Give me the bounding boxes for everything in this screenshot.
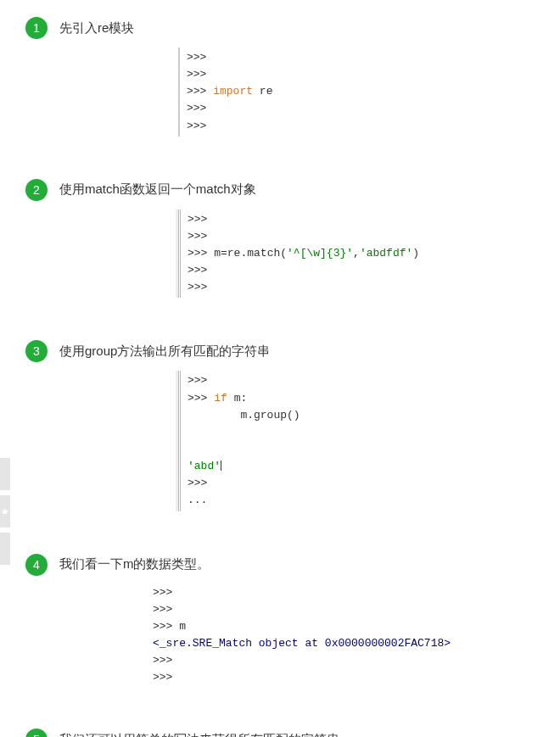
step-header: 3使用group方法输出所有匹配的字符串 [25,340,535,362]
article-content: 1先引入re模块>>>>>>>>> import re>>>>>>2使用matc… [0,0,560,737]
step-number-badge: 4 [25,554,48,576]
code-token: >>> [188,264,207,276]
step-title: 先引入re模块 [59,20,134,36]
code-line: m.group() [188,407,535,424]
code-token: import [213,85,253,98]
sidebar-button-like[interactable] [0,495,10,528]
step: 4我们看一下m的数据类型。>>>>>>>>> m<_sre.SRE_Match … [25,554,535,687]
code-token: m: [227,392,247,405]
code-holder: >>>>>>>>> m=re.match('^[\w]{3}','abdfdf'… [178,209,535,299]
code-line [188,424,535,441]
step-title: 我们还可以用简单的写法来获得所有匹配的字符串。 [59,732,352,737]
code-token: >>> [153,586,172,599]
code-token: >>> [188,392,214,405]
step-header: 4我们看一下m的数据类型。 [25,554,535,576]
code-line: >>> [153,584,535,601]
code-token: >>> [188,374,207,387]
code-token: <_sre.SRE_Match object at 0x0000000002FA… [153,637,451,650]
step-title: 我们看一下m的数据类型。 [59,556,210,572]
code-line: >>> m=re.match('^[\w]{3}','abdfdf') [188,245,535,262]
code-line: 'abd' [188,458,535,475]
sidebar-button-comment[interactable] [0,533,10,565]
code-token: >>> [153,671,172,684]
code-token: >>> [188,213,207,226]
text-caret [221,461,221,471]
code-line: >>> [188,279,535,296]
code-token: >>> [153,654,172,667]
code-token: ... [188,494,207,506]
step-title: 使用match函数返回一个match对象 [59,181,256,198]
code-line: <_sre.SRE_Match object at 0x0000000002FA… [153,635,535,652]
code-line: >>> [187,118,535,135]
step: 1先引入re模块>>>>>>>>> import re>>>>>> [25,17,535,137]
code-token: >>> m [153,620,186,633]
sidebar-button-share[interactable] [0,458,10,490]
code-line: >>> m [153,618,535,635]
code-token: >>> [187,68,206,81]
code-token: m.group() [188,409,300,422]
code-block: >>>>>>>>> m=re.match('^[\w]{3}','abdfdf'… [178,209,535,299]
code-line: >>> [188,475,535,492]
code-holder: >>>>>> if m: m.group() 'abd'>>>... [178,371,535,511]
step: 5我们还可以用简单的写法来获得所有匹配的字符串。...>>>>>> re.mat… [25,729,535,737]
thumb-up-icon [2,508,8,515]
code-token: re [253,85,272,98]
code-token: >>> [188,477,207,489]
code-token: >>> [188,230,207,243]
code-token: , [353,247,360,260]
code-token [188,426,194,438]
step-title: 使用group方法输出所有匹配的字符串 [59,343,270,360]
code-holder: >>>>>>>>> import re>>>>>> [178,47,535,137]
code-line [188,441,535,458]
code-line: >>> [188,228,535,245]
code-token: >>> [188,247,214,260]
step-header: 5我们还可以用简单的写法来获得所有匹配的字符串。 [25,729,535,737]
code-line: >>> import re [187,83,535,100]
code-token: >>> [153,603,172,616]
step: 2使用match函数返回一个match对象>>>>>>>>> m=re.matc… [25,179,535,299]
code-line: >>> [187,100,535,117]
code-line: >>> [187,49,535,66]
code-token: if [214,392,227,405]
code-line: >>> [187,66,535,83]
code-line: >>> [153,669,535,686]
code-line: >>> [188,211,535,228]
code-line: >>> [188,262,535,279]
step-number-badge: 3 [25,340,48,362]
code-token: m=re.match( [214,247,287,260]
code-token: >>> [187,85,213,98]
code-block: >>>>>>>>> m<_sre.SRE_Match object at 0x0… [153,584,535,687]
step-header: 2使用match函数返回一个match对象 [25,179,535,201]
code-holder: >>>>>>>>> m<_sre.SRE_Match object at 0x0… [153,584,535,687]
code-line: >>> [153,601,535,618]
code-token: 'abd' [188,460,221,472]
code-line: >>> if m: [188,390,535,407]
step: 3使用group方法输出所有匹配的字符串>>>>>> if m: m.group… [25,340,535,511]
code-line: >>> [153,652,535,669]
step-number-badge: 5 [25,729,48,737]
code-token: >>> [187,120,206,132]
code-line: ... [188,492,535,509]
code-token: >>> [187,51,206,64]
code-token: ) [412,247,419,260]
code-token: >>> [188,281,207,293]
step-header: 1先引入re模块 [25,17,535,39]
code-line: >>> [188,372,535,389]
code-token: 'abdfdf' [360,247,412,260]
code-token: '^[\w]{3}' [287,247,353,260]
code-token: >>> [187,102,206,114]
code-block: >>>>>>>>> import re>>>>>> [178,47,535,137]
step-number-badge: 2 [25,179,48,201]
code-token [188,443,194,455]
code-block: >>>>>> if m: m.group() 'abd'>>>... [178,371,535,511]
step-number-badge: 1 [25,17,48,39]
